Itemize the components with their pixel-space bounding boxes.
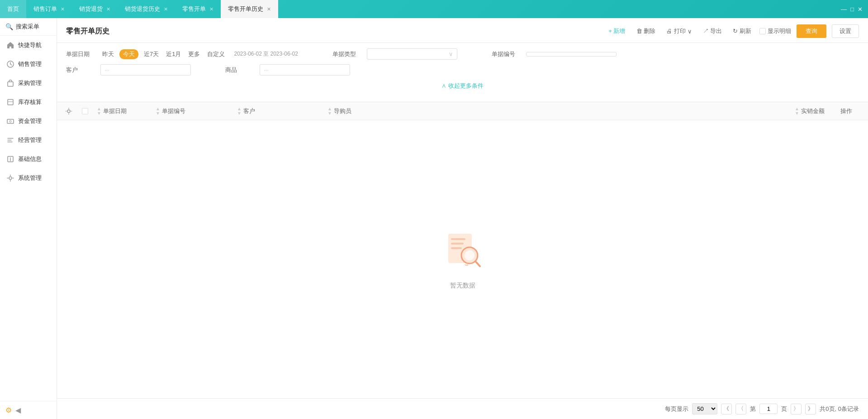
tab-sales-return-history-close[interactable]: ✕ bbox=[164, 6, 168, 12]
content-area: 零售开单历史 + 新增 🗑 删除 🖨 打印 ∨ ↗ 导出 ↻ 刷新 显示明细 查… bbox=[57, 18, 868, 419]
sidebar-item-sales-mgmt[interactable]: 销售管理 bbox=[0, 55, 57, 74]
per-page-select[interactable]: 50 10 20 100 bbox=[692, 403, 717, 414]
money-icon bbox=[6, 117, 14, 125]
sidebar-item-ops[interactable]: 经营管理 bbox=[0, 131, 57, 150]
window-max-btn[interactable]: □ bbox=[850, 6, 854, 13]
yesterday-shortcut[interactable]: 昨天 bbox=[100, 49, 116, 59]
page-number-input[interactable] bbox=[759, 404, 778, 414]
svg-rect-10 bbox=[451, 243, 464, 245]
refresh-button[interactable]: ↻ 刷新 bbox=[730, 25, 754, 37]
tab-sales-return-history[interactable]: 销货退货历史 ✕ bbox=[118, 0, 175, 18]
page-header: 零售开单历史 + 新增 🗑 删除 🖨 打印 ∨ ↗ 导出 ↻ 刷新 显示明细 查… bbox=[57, 18, 868, 43]
today-shortcut[interactable]: 今天 bbox=[119, 49, 138, 59]
amount-sort-icon: ▲▼ bbox=[795, 107, 799, 116]
sidebar-search-label: 搜索采单 bbox=[16, 23, 39, 31]
table-area: ▲▼ 单据日期 ▲▼ 单据编号 ▲▼ 客户 ▲▼ 导购员 ▲▼ 实销金额 bbox=[57, 102, 868, 398]
tab-sales-return-close[interactable]: ✕ bbox=[106, 6, 110, 12]
table-settings-col[interactable] bbox=[61, 108, 77, 115]
collapse-filter-button[interactable]: ∧ 收起更多条件 bbox=[441, 80, 484, 92]
filter-area: 单据日期 昨天 今天 近7天 近1月 更多 自定义 2023-06-02 至 2… bbox=[57, 43, 868, 102]
box-icon bbox=[6, 98, 14, 106]
query-button[interactable]: 查询 bbox=[797, 24, 826, 38]
tab-retail-open-history-label: 零售开单历史 bbox=[228, 5, 263, 13]
delete-button[interactable]: 🗑 删除 bbox=[634, 25, 659, 37]
svg-rect-2 bbox=[8, 99, 13, 105]
export-button[interactable]: ↗ 导出 bbox=[700, 25, 725, 37]
sidebar-item-label: 库存核算 bbox=[18, 98, 42, 106]
tab-retail-open-history[interactable]: 零售开单历史 ✕ bbox=[221, 0, 278, 18]
tab-sales-order-close[interactable]: ✕ bbox=[61, 6, 65, 12]
window-close-btn[interactable]: ✕ bbox=[858, 6, 863, 13]
7days-shortcut[interactable]: 近7天 bbox=[142, 49, 161, 59]
window-min-btn[interactable]: — bbox=[841, 6, 847, 13]
print-button[interactable]: 🖨 打印 ∨ bbox=[664, 25, 695, 37]
add-button[interactable]: + 新增 bbox=[606, 25, 628, 37]
sidebar: 🔍 搜索采单 快捷导航 销售管理 采购管理 库存核算 bbox=[0, 18, 57, 419]
bag-icon bbox=[6, 79, 14, 87]
more-shortcut[interactable]: 更多 bbox=[186, 49, 202, 59]
table-check-col[interactable] bbox=[77, 108, 93, 114]
svg-rect-3 bbox=[7, 119, 14, 123]
sidebar-collapse-btn[interactable]: ◀ bbox=[15, 406, 21, 414]
sidebar-item-inventory[interactable]: 库存核算 bbox=[0, 93, 57, 112]
last-page-btn[interactable]: 》 bbox=[805, 404, 816, 414]
bill-type-select[interactable]: ∨ bbox=[367, 48, 457, 60]
page-title: 零售开单历史 bbox=[66, 27, 109, 36]
empty-text: 暂无数据 bbox=[450, 282, 475, 290]
tab-retail-open-history-close[interactable]: ✕ bbox=[267, 6, 271, 12]
settings-button[interactable]: 设置 bbox=[832, 24, 859, 38]
tab-sales-return-history-label: 销货退货历史 bbox=[125, 5, 160, 13]
prev-page-btn[interactable]: 〈 bbox=[735, 404, 746, 414]
svg-point-13 bbox=[465, 250, 474, 260]
sidebar-item-sys-mgmt[interactable]: 系统管理 bbox=[0, 169, 57, 188]
filter-row-2: 客户 ··· 商品 ··· bbox=[66, 64, 859, 75]
sidebar-item-label: 系统管理 bbox=[18, 174, 42, 182]
tab-sales-return[interactable]: 销货退货 ✕ bbox=[72, 0, 118, 18]
sidebar-item-basic-info[interactable]: 基础信息 bbox=[0, 150, 57, 169]
date-filter-label: 单据日期 bbox=[66, 50, 93, 58]
table-num-col-header[interactable]: ▲▼ 单据编号 bbox=[152, 107, 233, 116]
tab-home[interactable]: 首页 bbox=[0, 0, 26, 18]
sidebar-search[interactable]: 🔍 搜索采单 bbox=[0, 18, 57, 36]
next-page-btn[interactable]: 〉 bbox=[791, 404, 802, 414]
num-sort-icon: ▲▼ bbox=[156, 107, 160, 116]
table-num-col-label: 单据编号 bbox=[162, 107, 185, 115]
search-icon: 🔍 bbox=[5, 23, 13, 30]
tab-retail-open-close[interactable]: ✕ bbox=[209, 6, 213, 12]
table-guide-col-header[interactable]: ▲▼ 导购员 bbox=[324, 107, 378, 116]
table-amount-col-header[interactable]: ▲▼ 实销金额 bbox=[378, 107, 828, 116]
chevron-down-icon: ∨ bbox=[449, 51, 453, 57]
tab-retail-open[interactable]: 零售开单 ✕ bbox=[175, 0, 221, 18]
svg-point-4 bbox=[9, 121, 11, 122]
sidebar-item-quick-nav[interactable]: 快捷导航 bbox=[0, 36, 57, 55]
svg-line-14 bbox=[475, 261, 480, 266]
first-page-btn[interactable]: 《 bbox=[721, 404, 732, 414]
table-customer-col-label: 客户 bbox=[243, 107, 255, 115]
bill-no-input[interactable] bbox=[526, 52, 617, 56]
sidebar-item-label: 采购管理 bbox=[18, 79, 42, 87]
table-amount-col-label: 实销金额 bbox=[801, 107, 825, 115]
1month-shortcut[interactable]: 近1月 bbox=[164, 49, 183, 59]
tab-sales-return-label: 销货退货 bbox=[79, 5, 103, 13]
date-range-display: 2023-06-02 至 2023-06-02 bbox=[234, 50, 298, 58]
sidebar-item-finance[interactable]: 资金管理 bbox=[0, 112, 57, 131]
customer-sort-icon: ▲▼ bbox=[237, 107, 242, 116]
filter-row-1: 单据日期 昨天 今天 近7天 近1月 更多 自定义 2023-06-02 至 2… bbox=[66, 48, 859, 60]
select-all-checkbox[interactable] bbox=[82, 108, 88, 114]
show-detail-checkbox[interactable] bbox=[759, 28, 766, 34]
table-date-col-header[interactable]: ▲▼ 单据日期 bbox=[93, 107, 152, 116]
nav-tabs: 首页 销售订单 ✕ 销货退货 ✕ 销货退货历史 ✕ 零售开单 ✕ 零售开单历史 … bbox=[0, 0, 835, 18]
goods-placeholder: ··· bbox=[264, 66, 269, 73]
sidebar-item-label: 基础信息 bbox=[18, 155, 42, 163]
info-icon bbox=[6, 155, 14, 163]
print-arrow-icon: ∨ bbox=[688, 28, 692, 35]
svg-rect-9 bbox=[451, 238, 465, 240]
sidebar-item-purchase-mgmt[interactable]: 采购管理 bbox=[0, 74, 57, 93]
customer-input[interactable]: ··· bbox=[100, 64, 191, 75]
sidebar-item-label: 资金管理 bbox=[18, 117, 42, 125]
goods-input[interactable]: ··· bbox=[260, 64, 350, 75]
table-customer-col-header[interactable]: ▲▼ 客户 bbox=[233, 107, 324, 116]
tab-sales-order[interactable]: 销售订单 ✕ bbox=[26, 0, 72, 18]
settings-icon[interactable]: ⚙ bbox=[5, 406, 12, 414]
custom-shortcut[interactable]: 自定义 bbox=[205, 49, 227, 59]
